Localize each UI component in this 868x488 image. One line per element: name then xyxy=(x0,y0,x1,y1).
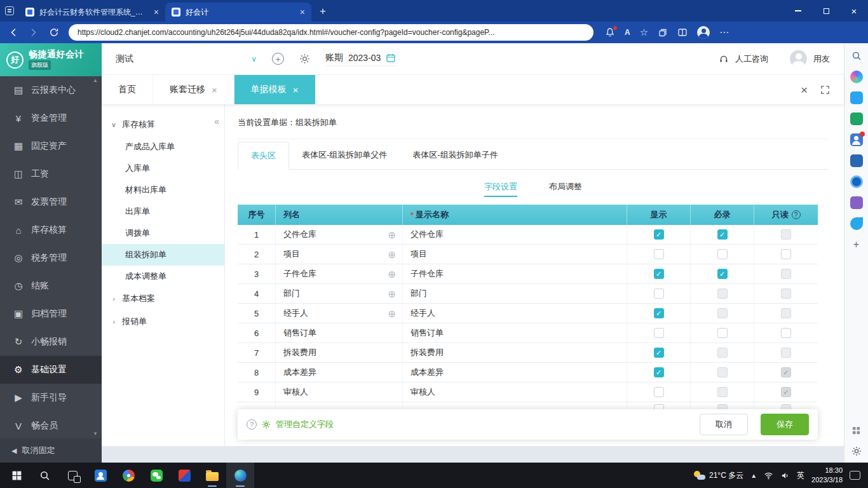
checkbox-required[interactable] xyxy=(717,308,728,318)
period-picker[interactable]: 账期 2023-03 xyxy=(325,52,396,66)
wechat-icon[interactable] xyxy=(142,463,170,488)
checkbox-show[interactable] xyxy=(654,229,664,240)
checkbox-readonly[interactable] xyxy=(781,288,791,299)
checkbox-readonly[interactable] xyxy=(781,249,791,259)
readonly-help-icon[interactable]: ? xyxy=(792,210,801,219)
display-name-cell[interactable]: 子件仓库 xyxy=(403,264,627,283)
display-name-cell[interactable]: 审核人 xyxy=(403,383,627,402)
sidebar-item-basic-settings[interactable]: ⚙基础设置 xyxy=(0,356,102,384)
favorites-star-icon[interactable]: ☆ xyxy=(640,27,648,38)
checkbox-readonly[interactable] xyxy=(781,367,791,377)
chrome-icon[interactable] xyxy=(114,463,142,488)
help-icon[interactable]: ? xyxy=(247,419,257,430)
checkbox-show[interactable] xyxy=(654,387,664,397)
add-field-icon[interactable]: ⊕ xyxy=(388,269,396,279)
page-tab-templates[interactable]: 单据模板 × xyxy=(234,75,316,104)
checkbox-readonly[interactable] xyxy=(781,269,791,279)
notification-center-icon[interactable] xyxy=(850,471,860,480)
customize-sidebar-icon[interactable] xyxy=(850,424,863,437)
sidebar-settings-gear-icon[interactable] xyxy=(850,445,863,458)
checkbox-required[interactable] xyxy=(717,229,728,240)
back-icon[interactable] xyxy=(8,27,19,38)
checkbox-readonly[interactable] xyxy=(781,229,791,240)
designer-icon[interactable] xyxy=(850,92,863,104)
teams-app-icon[interactable] xyxy=(86,463,114,488)
collapse-tree-icon[interactable]: « xyxy=(214,117,219,126)
linkedin-icon[interactable] xyxy=(850,154,863,167)
network-icon[interactable] xyxy=(764,471,773,480)
hidden-icons-chevron[interactable]: ▲ xyxy=(750,472,757,479)
checkbox-required[interactable] xyxy=(717,387,728,397)
maximize-button[interactable] xyxy=(812,0,840,22)
checkbox-show[interactable] xyxy=(654,308,664,318)
sidebar-item-archive[interactable]: ▣归档管理 xyxy=(0,300,102,328)
browser-tab-active[interactable]: 好会计 × xyxy=(165,3,311,22)
file-explorer-icon[interactable] xyxy=(198,463,226,488)
display-name-cell[interactable]: 父件仓库 xyxy=(403,225,627,244)
checkbox-required[interactable] xyxy=(717,328,728,338)
tree-item[interactable]: 材料出库单 xyxy=(102,179,224,201)
tree-item[interactable]: 出库单 xyxy=(102,201,224,222)
close-window-button[interactable]: × xyxy=(840,0,868,22)
edge-icon[interactable] xyxy=(226,463,254,488)
close-all-tabs-icon[interactable]: × xyxy=(801,84,808,96)
collections-icon[interactable] xyxy=(658,27,668,37)
checkbox-show[interactable] xyxy=(654,367,664,377)
checkbox-show[interactable] xyxy=(654,269,664,279)
sub-tab-field-settings[interactable]: 字段设置 xyxy=(484,181,517,197)
sidebar-item-tax[interactable]: ◎税务管理 xyxy=(0,244,102,272)
tree-item[interactable]: 成本调整单 xyxy=(102,266,224,287)
display-name-cell[interactable]: 成本差异 xyxy=(403,363,627,382)
taskbar-search-icon[interactable] xyxy=(31,463,58,488)
sidebar-item-member[interactable]: V畅会员 xyxy=(0,412,102,438)
add-account-button[interactable]: + xyxy=(272,53,284,65)
split-screen-icon[interactable] xyxy=(677,27,688,37)
checkbox-required[interactable] xyxy=(717,367,728,377)
checkbox-readonly[interactable] xyxy=(781,387,791,397)
browser-tab[interactable]: 好会计云财务软件管理系统_会计 × xyxy=(19,3,165,22)
tree-section-basic-files[interactable]: › 基本档案 xyxy=(102,287,224,310)
volume-icon[interactable] xyxy=(780,471,790,480)
workspaces-icon[interactable] xyxy=(5,6,14,15)
tree-item-selected[interactable]: 组装拆卸单 xyxy=(102,244,224,266)
display-name-cell[interactable]: 经手人 xyxy=(403,304,627,323)
weather-widget[interactable]: 21°C 多云 xyxy=(694,470,743,481)
unpin-sidebar-button[interactable]: ◀ 取消固定 xyxy=(0,438,102,463)
stocks-app-icon[interactable] xyxy=(170,463,198,488)
tree-section-expense-do[interactable]: › 报销单 xyxy=(102,310,224,333)
microsoft365-icon[interactable] xyxy=(850,112,863,125)
outlook-icon[interactable] xyxy=(850,175,863,188)
clock[interactable]: 18:30 2023/3/18 xyxy=(811,466,843,485)
add-sidebar-app-icon[interactable]: + xyxy=(850,238,863,251)
sidebar-item-guide[interactable]: ▶新手引导 xyxy=(0,384,102,412)
display-name-cell[interactable]: 拆装费用 xyxy=(403,343,627,362)
fullscreen-icon[interactable] xyxy=(820,85,830,95)
games-icon[interactable] xyxy=(850,196,863,209)
add-field-icon[interactable]: ⊕ xyxy=(388,230,396,240)
add-field-icon[interactable]: ⊕ xyxy=(388,250,396,259)
support-link[interactable]: 人工咨询 xyxy=(735,53,768,65)
sidebar-item-cloud-reports[interactable]: ▤云报表中心 xyxy=(0,76,102,104)
sidebar-item-fixed-assets[interactable]: ▦固定资产 xyxy=(0,132,102,160)
page-tab-home[interactable]: 首页 xyxy=(102,75,153,104)
checkbox-show[interactable] xyxy=(654,249,664,259)
doc-tab-body-parent[interactable]: 表体区-组装拆卸单父件 xyxy=(289,142,400,169)
add-field-icon[interactable]: ⊕ xyxy=(388,309,396,318)
checkbox-readonly[interactable] xyxy=(781,328,791,338)
checkbox-readonly[interactable] xyxy=(781,308,791,318)
search-icon[interactable] xyxy=(850,50,863,62)
display-name-cell[interactable]: 项目 xyxy=(403,245,627,264)
sidebar-item-funds[interactable]: ¥资金管理 xyxy=(0,104,102,132)
copilot-icon[interactable] xyxy=(850,71,863,83)
settings-gear-icon[interactable] xyxy=(299,53,310,64)
new-tab-button[interactable]: + xyxy=(314,3,332,20)
tree-section-inventory[interactable]: ∨ 库存核算 xyxy=(102,113,224,136)
close-tab-icon[interactable]: × xyxy=(293,85,299,95)
checkbox-required[interactable] xyxy=(717,348,728,358)
checkbox-required[interactable] xyxy=(717,249,728,259)
tree-item[interactable]: 产成品入库单 xyxy=(102,136,224,158)
drop-icon[interactable] xyxy=(850,217,863,230)
checkbox-show[interactable] xyxy=(654,288,664,299)
address-bar[interactable]: https://cloud2.chanjet.com/accounting/uh… xyxy=(69,24,593,41)
display-name-cell[interactable]: 销售订单 xyxy=(403,323,627,342)
